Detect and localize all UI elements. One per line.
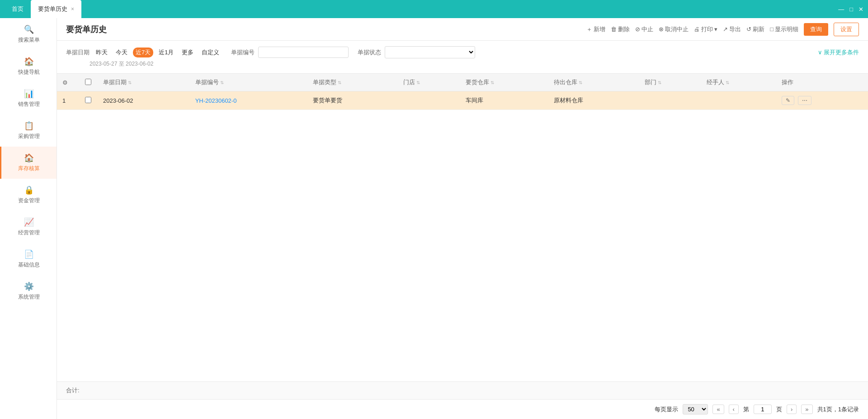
sales-icon: 📊 (24, 89, 34, 99)
col-out-warehouse: 待出仓库 ⇅ (548, 74, 639, 91)
date-tab-1month[interactable]: 近1月 (156, 48, 176, 57)
row-edit-btn[interactable]: ✎ (782, 96, 794, 105)
sort-store-icon[interactable]: ⇅ (416, 80, 420, 85)
date-tab-yesterday[interactable]: 昨天 (93, 48, 110, 57)
table-row: 1 2023-06-02 YH-20230602-0 要货单要货 车间库 (57, 91, 868, 110)
refresh-icon: ↺ (746, 26, 751, 33)
cell-doctype: 要货单要货 (307, 91, 398, 110)
window-controls: — □ ✕ (838, 6, 863, 13)
page-size-select[interactable]: 50 100 200 (683, 404, 708, 414)
requisition-table: ⚙ 单据日期 ⇅ (57, 74, 868, 110)
col-docno: 单据编号 ⇅ (190, 74, 308, 91)
total-info: 共1页，1条记录 (817, 405, 859, 414)
page-number-input[interactable] (754, 405, 772, 414)
page-size-label: 每页显示 (655, 405, 678, 414)
col-settings: ⚙ (57, 74, 80, 91)
docno-filter: 单据编号 (231, 47, 349, 58)
date-tab-custom[interactable]: 自定义 (199, 48, 222, 57)
sidebar-item-finance[interactable]: 🔒 资金管理 (0, 179, 57, 211)
sort-out-warehouse-icon[interactable]: ⇅ (579, 80, 582, 85)
purchase-icon: 📋 (24, 121, 34, 131)
expand-conditions-btn[interactable]: ∨ 展开更多条件 (818, 48, 859, 57)
docno-input[interactable] (258, 47, 349, 58)
sidebar-item-search[interactable]: 🔍 搜索菜单 (0, 18, 57, 50)
cell-row-actions: ✎ ⋯ (776, 91, 868, 110)
sidebar-item-basicinfo-label: 基础信息 (18, 261, 40, 269)
cell-index: 1 (57, 91, 80, 110)
minimize-btn[interactable]: — (838, 6, 844, 13)
col-date: 单据日期 ⇅ (98, 74, 190, 91)
col-doctype: 单据类型 ⇅ (307, 74, 398, 91)
print-btn[interactable]: 🖨 打印 ▾ (694, 25, 717, 33)
row-more-btn[interactable]: ⋯ (798, 96, 811, 105)
date-range-display: 2023-05-27 至 2023-06-02 (90, 61, 153, 67)
settings-icon[interactable]: ⚙ (62, 79, 68, 86)
select-all-checkbox[interactable] (85, 79, 91, 85)
add-btn[interactable]: ＋ 新增 (586, 25, 605, 33)
cell-date: 2023-06-02 (98, 91, 190, 110)
col-handler: 经手人 ⇅ (701, 74, 777, 91)
prev-page-btn[interactable]: ‹ (729, 405, 739, 414)
show-detail-btn[interactable]: □ 显示明细 (770, 25, 798, 33)
setting-button[interactable]: 设置 (834, 23, 859, 36)
sidebar-item-sales-label: 销售管理 (18, 100, 40, 108)
first-page-btn[interactable]: « (712, 405, 724, 414)
header-actions: ＋ 新增 🗑 删除 ⊘ 中止 ⊗ 取消中止 🖨 打印 (586, 23, 859, 36)
sort-doctype-icon[interactable]: ⇅ (338, 80, 341, 85)
sort-docno-icon[interactable]: ⇅ (220, 80, 224, 85)
col-actions: 操作 (776, 74, 868, 91)
system-icon: ⚙️ (24, 281, 34, 291)
status-select[interactable] (385, 46, 475, 58)
filter-area: 单据日期 昨天 今天 近7天 近1月 更多 自定义 单据编号 单据状态 (57, 41, 868, 74)
table-area: ⚙ 单据日期 ⇅ (57, 74, 868, 399)
date-label: 单据日期 (66, 48, 90, 57)
sidebar-item-purchase-label: 采购管理 (18, 133, 40, 140)
date-tab-more[interactable]: 更多 (179, 48, 196, 57)
sidebar-item-purchase[interactable]: 📋 采购管理 (0, 114, 57, 147)
sidebar-item-system[interactable]: ⚙️ 系统管理 (0, 275, 57, 307)
footer-label: 合计: (66, 387, 80, 394)
docno-link[interactable]: YH-20230602-0 (195, 97, 237, 104)
date-tab-7days[interactable]: 近7天 (133, 48, 153, 57)
print-icon: 🖨 (694, 26, 700, 33)
basicinfo-icon: 📄 (24, 249, 34, 259)
last-page-btn[interactable]: » (801, 405, 812, 414)
cancel-stop-btn[interactable]: ⊗ 取消中止 (659, 25, 689, 33)
sort-req-warehouse-icon[interactable]: ⇅ (491, 80, 494, 85)
sort-dept-icon[interactable]: ⇅ (658, 80, 661, 85)
sidebar-item-inventory[interactable]: 🏠 库存核算 (0, 147, 57, 179)
add-icon: ＋ (586, 25, 592, 33)
refresh-btn[interactable]: ↺ 刷新 (746, 25, 764, 33)
col-req-warehouse: 要货仓库 ⇅ (460, 74, 549, 91)
export-btn[interactable]: ↗ 导出 (723, 25, 741, 33)
sidebar-item-sales[interactable]: 📊 销售管理 (0, 82, 57, 114)
sidebar-item-operation[interactable]: 📈 经营管理 (0, 211, 57, 243)
close-window-btn[interactable]: ✕ (859, 6, 863, 13)
cell-req-warehouse: 车间库 (460, 91, 549, 110)
cancel-stop-icon: ⊗ (659, 26, 664, 33)
delete-btn[interactable]: 🗑 删除 (611, 25, 630, 33)
expand-icon: ∨ (818, 49, 822, 56)
date-filter: 单据日期 昨天 今天 近7天 近1月 更多 自定义 (66, 48, 222, 57)
date-tabs: 昨天 今天 近7天 近1月 更多 自定义 (93, 48, 222, 57)
cell-docno: YH-20230602-0 (190, 91, 308, 110)
sort-date-icon[interactable]: ⇅ (128, 80, 132, 85)
maximize-btn[interactable]: □ (849, 6, 853, 13)
tab-home-label: 首页 (12, 5, 24, 13)
sidebar-item-search-label: 搜索菜单 (18, 36, 40, 44)
stop-icon: ⊘ (635, 26, 640, 33)
query-button[interactable]: 查询 (804, 23, 828, 36)
next-page-btn[interactable]: › (787, 405, 797, 414)
status-label: 单据状态 (358, 48, 381, 57)
status-filter: 单据状态 (358, 46, 475, 58)
tab-home[interactable]: 首页 (5, 0, 31, 18)
sort-handler-icon[interactable]: ⇅ (726, 80, 729, 85)
date-tab-today[interactable]: 今天 (113, 48, 130, 57)
sidebar-item-basicinfo[interactable]: 📄 基础信息 (0, 243, 57, 275)
row-checkbox[interactable] (85, 97, 91, 103)
table-wrapper: ⚙ 单据日期 ⇅ (57, 74, 868, 381)
tab-requisition-history[interactable]: 要货单历史 × (31, 0, 81, 18)
stop-btn[interactable]: ⊘ 中止 (635, 25, 653, 33)
tab-close-btn[interactable]: × (71, 6, 74, 12)
sidebar-item-quicknav[interactable]: 🏠 快捷导航 (0, 50, 57, 82)
